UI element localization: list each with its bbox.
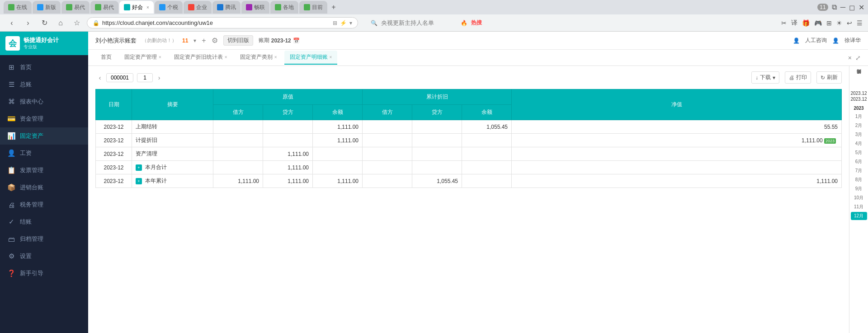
home-button[interactable]: ⌂ [54,17,67,29]
sidebar-item-cash[interactable]: 💳 资金管理 [0,110,88,127]
bookmark-button[interactable]: ☆ [71,17,83,29]
cell-dep-balance [462,134,512,147]
browser-tab-online[interactable]: 在线 [4,1,32,14]
tab-close-fixed-assets-mgmt[interactable]: × [159,55,161,60]
cell-summary: + 本年累计 [132,174,213,188]
cell-dep-credit [412,147,462,161]
company-dropdown-icon[interactable]: ▾ [193,38,196,44]
cell-dep-balance [462,174,512,188]
back-button[interactable]: ‹ [5,17,18,29]
browser-tab-muqian[interactable]: 目前 [299,1,327,14]
switch-version-button[interactable]: 切到旧版 [223,35,253,46]
browser-tab-gedi[interactable]: 各地 [270,1,298,14]
month-6[interactable]: 6月 [851,158,867,166]
sidebar-item-guide[interactable]: ❓ 新手引导 [0,265,88,282]
cell-net [512,147,842,161]
scissors-icon[interactable]: ✂ [781,19,787,27]
grid-icon[interactable]: ⊞ [826,19,832,27]
browser-tab-geshui[interactable]: 个税 [155,1,183,14]
period-prev-button[interactable]: ‹ [95,73,104,82]
page-tab-depreciation-stats[interactable]: 固定资产折旧统计表 × [169,51,233,65]
month-4[interactable]: 4月 [851,140,867,148]
print-icon: 🖨 [789,75,794,81]
month-10[interactable]: 10月 [851,194,867,202]
tab-grid-icon[interactable]: ⧉ [832,3,837,11]
browser-controls: 11 ⧉ ─ ◻ ✕ [817,3,864,12]
add-company-button[interactable]: + [202,37,206,45]
page-tab-asset-detail[interactable]: 固定资产明细账 × [284,51,338,65]
permissions-icon[interactable]: ⊞ [333,20,337,26]
company-settings-icon[interactable]: ⚙ [212,36,218,45]
download-button[interactable]: ↓ 下载 ▾ [751,71,779,84]
sidebar-item-tax[interactable]: 🖨 税务管理 [0,196,88,213]
menu-icon[interactable]: ☰ [857,19,863,27]
page-tab-home[interactable]: 首页 [95,51,117,65]
history-icon[interactable]: ↩ [847,19,852,27]
minimize-icon[interactable]: ─ [840,3,845,11]
sidebar-item-settings[interactable]: ⚙ 设置 [0,248,88,265]
gamepad-icon[interactable]: 🎮 [814,19,822,27]
period-calendar-icon[interactable]: 📅 [293,38,300,44]
month-8[interactable]: 8月 [851,176,867,184]
browser-tab-yidai2[interactable]: 易代 [90,1,118,14]
sidebar-item-purchase-sales[interactable]: 📦 进销台账 [0,179,88,196]
cell-date: 2023-12 [96,174,132,188]
support-label[interactable]: 人工咨询 [805,37,827,44]
period-next-button[interactable]: › [155,73,164,82]
download-dropdown-icon[interactable]: ▾ [773,75,775,81]
reload-button[interactable]: ↻ [38,17,51,29]
translate-icon[interactable]: 译 [791,19,797,27]
refresh-icon: ↻ [821,75,825,81]
period-page-input[interactable] [137,73,153,82]
lightning-icon[interactable]: ⚡ [340,20,347,26]
right-period-panel: 期间选择 2023.12 2023.12 2023 1月 2月 3月 4月 5月… [849,66,868,333]
browser-tab-chang[interactable]: 畅联 [241,1,269,14]
sidebar-item-closing[interactable]: ✓ 结账 [0,213,88,230]
page-tabs: 首页 固定资产管理 × 固定资产折旧统计表 × 固定资产类别 × 固定资产明细账… [88,50,868,66]
sidebar-item-general-ledger[interactable]: ☰ 总账 [0,76,88,93]
add-tab-button[interactable]: + [328,2,339,13]
sidebar-item-home[interactable]: ⊞ 首页 [0,59,88,76]
window-close-icon[interactable]: ✕ [859,3,864,12]
sidebar-item-archive[interactable]: 🗃 归档管理 [0,230,88,248]
sidebar-item-invoice[interactable]: 📋 发票管理 [0,162,88,179]
browser-tab-yidai1[interactable]: 易代 [61,1,90,14]
page-tab-asset-category[interactable]: 固定资产类别 × [235,51,283,65]
sidebar-item-reports[interactable]: ⌘ 报表中心 [0,93,88,110]
page-tab-fixed-assets-mgmt[interactable]: 固定资产管理 × [119,51,167,65]
app-logo-icon: 会 [5,36,20,51]
month-3[interactable]: 3月 [851,131,867,139]
url-bar[interactable]: 🔒 https://cloud.chanjet.com/accounting/u… [87,17,358,28]
panel-maximize-button[interactable]: ⤢ [855,54,861,61]
sidebar-item-payroll[interactable]: 👤 工资 [0,145,88,162]
month-2[interactable]: 2月 [851,122,867,130]
sidebar-item-fixed-assets[interactable]: 📊 固定资产 [0,127,88,145]
month-11[interactable]: 11月 [851,203,867,211]
restore-icon[interactable]: ◻ [849,3,855,12]
month-12[interactable]: 12月 [851,212,867,220]
cell-dep-credit [412,161,462,174]
month-1[interactable]: 1月 [851,113,867,121]
month-7[interactable]: 7月 [851,167,867,175]
panel-close-button[interactable]: × [848,54,852,61]
print-button[interactable]: 🖨 打印 [785,71,811,84]
browser-tab-active[interactable]: 好会 × [119,1,154,14]
period-selector-label[interactable]: 期间选择 [856,68,862,88]
brightness-icon[interactable]: ☀ [836,19,842,27]
forward-button[interactable]: › [22,17,34,29]
month-9[interactable]: 9月 [851,185,867,193]
browser-tab-qiye[interactable]: 企业 [184,1,212,14]
tab-close-depreciation-stats[interactable]: × [225,55,227,60]
dropdown-icon[interactable]: ▾ [349,20,352,26]
browser-tab-new[interactable]: 新版 [33,1,61,14]
period-start-input[interactable] [106,73,133,82]
browser-tab-tengxun[interactable]: 腾讯 [212,1,241,14]
tab-close-asset-detail[interactable]: × [330,55,332,60]
search-input[interactable] [381,19,457,26]
extension1-icon[interactable]: 🎁 [802,19,810,27]
invoice-icon: 📋 [7,166,15,174]
tab-close-asset-category[interactable]: × [274,55,277,60]
tab-close-icon[interactable]: × [146,5,149,10]
refresh-button[interactable]: ↻ 刷新 [816,71,842,84]
month-5[interactable]: 5月 [851,149,867,157]
